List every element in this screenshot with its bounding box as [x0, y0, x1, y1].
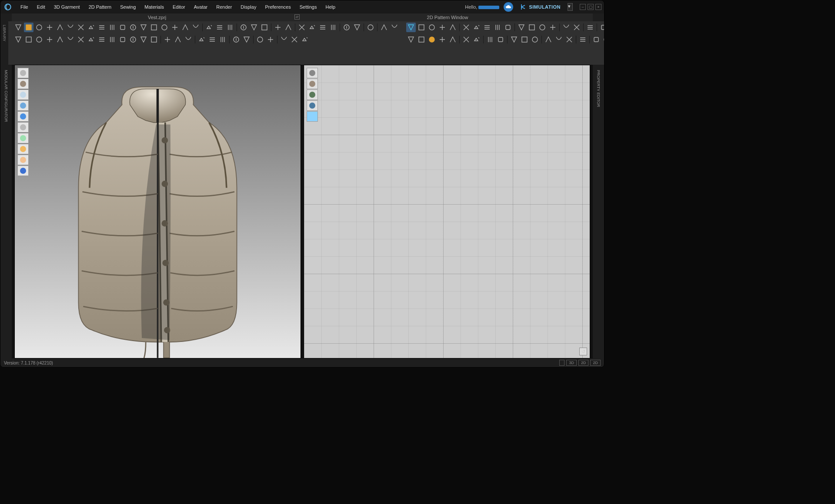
tool-pressure[interactable] [215, 23, 224, 32]
tool-align[interactable] [591, 35, 601, 44]
tool-dart[interactable] [527, 23, 537, 32]
palette-3d-uv[interactable] [17, 155, 29, 165]
tool-add-point[interactable] [66, 23, 75, 32]
mode-2d-a[interactable]: 2D [578, 360, 589, 366]
mode-3d[interactable]: 3D [566, 360, 577, 366]
tool-sel2[interactable] [13, 35, 23, 44]
tool-mesh1[interactable] [279, 35, 289, 44]
palette-3d-surface[interactable] [17, 100, 29, 111]
tool-distribute[interactable] [184, 35, 193, 44]
tool-scale[interactable] [448, 35, 458, 44]
tool-internal[interactable] [517, 23, 526, 32]
tool-topstitch[interactable] [328, 23, 338, 32]
tool-arrange[interactable] [239, 23, 248, 32]
mode-combined[interactable] [559, 360, 564, 366]
menu-display[interactable]: Display [236, 2, 261, 12]
menu-render[interactable]: Render [212, 2, 236, 12]
tool-paste[interactable] [496, 35, 505, 44]
tool-hide[interactable] [207, 35, 217, 44]
tool-extra2[interactable] [390, 23, 399, 32]
reset-view-icon[interactable]: ↺ [579, 348, 587, 355]
tool-show[interactable] [197, 35, 207, 44]
side-tab-library[interactable]: LIBRARY [0, 21, 8, 65]
side-tab-property[interactable]: PROPERTY EDITOR [596, 66, 601, 111]
menu-preferences[interactable]: Preferences [261, 2, 295, 12]
tool-dart[interactable] [76, 35, 86, 44]
tool-rotate[interactable] [128, 35, 138, 44]
tool-ruler[interactable] [160, 23, 169, 32]
tool-sewing[interactable] [544, 35, 553, 44]
tool-line[interactable] [482, 23, 492, 32]
tool-offset[interactable] [87, 35, 96, 44]
tool-trace[interactable] [572, 23, 581, 32]
tool-rect[interactable] [191, 23, 200, 32]
tool-piping[interactable] [318, 23, 327, 32]
window-close[interactable]: × [595, 4, 601, 10]
tool-mesh2[interactable] [290, 35, 299, 44]
palette-3d-arrangement[interactable] [17, 111, 29, 122]
maximize-3d[interactable]: ▱ [294, 14, 300, 20]
tool-flip[interactable] [472, 35, 481, 44]
tool-copy[interactable] [485, 35, 495, 44]
tool-shape[interactable] [170, 23, 180, 32]
cloud-icon[interactable] [504, 2, 513, 12]
tool-arc[interactable] [66, 35, 75, 44]
menu-materials[interactable]: Materials [140, 2, 168, 12]
tool-lasso[interactable] [417, 35, 426, 44]
viewport-2d[interactable]: ↺ [304, 65, 590, 358]
palette-2d-color[interactable] [307, 111, 318, 122]
tool-symm[interactable] [149, 23, 159, 32]
tool-lasso[interactable] [24, 35, 33, 44]
menu-settings[interactable]: Settings [295, 2, 321, 12]
tool-offset[interactable] [520, 35, 529, 44]
tool-steam[interactable] [273, 23, 283, 32]
palette-3d-bounding[interactable] [17, 122, 29, 133]
tool-point-edit[interactable] [45, 23, 54, 32]
tool-rot[interactable] [438, 35, 447, 44]
tool-drag[interactable] [34, 35, 44, 44]
tool-copy[interactable] [149, 35, 159, 44]
tool-extra1[interactable] [379, 23, 389, 32]
tool-link[interactable] [45, 35, 54, 44]
tool-notch[interactable] [448, 23, 458, 32]
menu-help[interactable]: Help [321, 2, 340, 12]
tool-transform[interactable] [34, 23, 44, 32]
tool-move[interactable] [24, 23, 33, 32]
palette-3d-garment[interactable] [17, 79, 29, 89]
tool-layer[interactable] [231, 35, 241, 44]
menu-avatar[interactable]: Avatar [190, 2, 212, 12]
tool-split[interactable] [97, 35, 107, 44]
tool-sel2[interactable] [406, 35, 416, 44]
tool-select[interactable] [13, 23, 23, 32]
tool-1to1[interactable] [564, 35, 574, 44]
menu-sewing[interactable]: Sewing [116, 2, 140, 12]
tool-symm[interactable] [561, 23, 571, 32]
tool-circle[interactable] [503, 23, 513, 32]
simulation-button[interactable]: SIMULATION [518, 3, 563, 11]
tool-cut[interactable] [509, 35, 519, 44]
tool-add[interactable] [438, 23, 447, 32]
tool-tack[interactable] [107, 23, 117, 32]
tool-extend[interactable] [118, 35, 127, 44]
tool-text[interactable] [342, 23, 351, 32]
tool-zipper[interactable] [297, 23, 307, 32]
tool-freesew[interactable] [554, 35, 564, 44]
menu-edit[interactable]: Edit [33, 2, 50, 12]
tool-button[interactable] [307, 23, 317, 32]
tool-fan[interactable] [284, 23, 293, 32]
tool-internal[interactable] [128, 23, 138, 32]
side-tab-configurator[interactable]: MODULAR CONFIGURATOR [4, 66, 8, 126]
tool-pin[interactable] [118, 23, 127, 32]
menu-editor[interactable]: Editor [168, 2, 190, 12]
tool-circle[interactable] [180, 23, 190, 32]
tool-edit[interactable] [417, 23, 426, 32]
app-logo-icon[interactable] [3, 2, 13, 12]
tool-mirror[interactable] [461, 35, 471, 44]
simulation-dropdown[interactable]: ▾ [568, 3, 573, 11]
tool-split[interactable] [530, 35, 540, 44]
tool-add-line[interactable] [76, 23, 86, 32]
tool-curve[interactable] [55, 35, 65, 44]
tool-scale[interactable] [139, 35, 148, 44]
tool-pen[interactable] [461, 23, 471, 32]
window-minimize[interactable]: – [580, 4, 586, 10]
